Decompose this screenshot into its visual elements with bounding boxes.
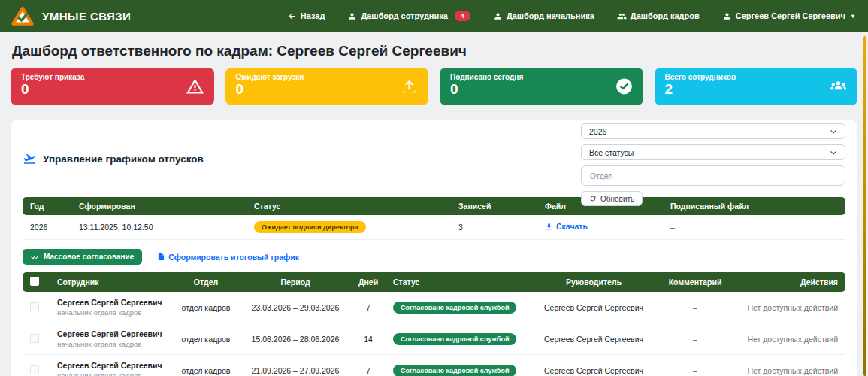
- signed-file-value: –: [663, 215, 845, 240]
- manager-cell: Сергеев Сергей Сергеевич: [534, 323, 653, 355]
- nav-hr-label: Дашборд кадров: [631, 11, 700, 20]
- vacation-management-panel: 2026 Все статусы Обновить Управление гра…: [11, 120, 857, 376]
- period-cell: 21.09.2026 – 27.09.2026: [240, 355, 351, 376]
- nav-manager-label: Дашборд начальника: [507, 11, 594, 20]
- col-year: Год: [23, 197, 71, 215]
- nav-items: Назад Дашборд сотрудника 4 Дашборд начал…: [287, 11, 854, 21]
- chevron-down-icon: [830, 149, 837, 156]
- stat-value: 0: [21, 81, 204, 99]
- page-scrollbar[interactable]: [863, 36, 866, 376]
- schedule-table-row: 2026 13.11.2025, 10:12:50 Ожидает подпис…: [23, 215, 845, 240]
- department-cell: отдел кадров: [172, 355, 240, 376]
- notification-badge: 4: [455, 11, 470, 21]
- nav-employee-dashboard[interactable]: Дашборд сотрудника 4: [347, 11, 470, 21]
- logo-triangle-check-icon: [11, 6, 35, 26]
- year-select-value: 2026: [589, 127, 606, 136]
- department-input[interactable]: [581, 165, 845, 186]
- row-checkbox: [30, 365, 39, 374]
- employee-name: Сергеев Сергей Сергеевич: [57, 298, 165, 307]
- stat-value: 0: [236, 81, 419, 99]
- schedule-year: 2026: [23, 215, 71, 240]
- nav-employee-label: Дашборд сотрудника: [361, 11, 448, 20]
- year-select[interactable]: 2026: [581, 123, 845, 139]
- row-checkbox: [30, 302, 39, 311]
- generate-final-label: Сформировать итоговый график: [168, 253, 299, 262]
- download-icon: [545, 223, 553, 231]
- user-menu[interactable]: Сергеев Сергей Сергеевич ▾: [722, 11, 854, 21]
- brand-name: УМНЫЕ СВЯЗИ: [42, 10, 131, 23]
- col-department: Отдел: [172, 272, 240, 292]
- user-menu-label: Сергеев Сергей Сергеевич: [736, 11, 845, 20]
- brand[interactable]: УМНЫЕ СВЯЗИ: [11, 6, 131, 26]
- download-label: Скачать: [556, 222, 588, 231]
- row-checkbox: [30, 334, 39, 343]
- actions-cell: Нет доступных действий: [737, 292, 845, 323]
- status-badge: Согласовано кадровой службой: [393, 333, 516, 345]
- col-created: Сформирован: [71, 197, 246, 215]
- select-all-checkbox[interactable]: [30, 277, 39, 286]
- col-status: Статус: [246, 197, 451, 215]
- vacations-table: Сотрудник Отдел Период Дней Статус Руков…: [23, 272, 845, 376]
- col-comment: Комментарий: [653, 272, 737, 292]
- department-cell: отдел кадров: [172, 323, 240, 355]
- users-icon: [829, 77, 848, 96]
- days-cell: 7: [351, 292, 386, 323]
- table-row: Сергеев Сергей Сергеевич начальник отдел…: [23, 292, 845, 323]
- refresh-icon: [589, 195, 597, 202]
- comment-cell: –: [653, 355, 737, 376]
- download-link[interactable]: Скачать: [545, 222, 588, 231]
- schedule-created: 13.11.2025, 10:12:50: [71, 215, 246, 240]
- stat-label: Всего сотрудников: [665, 73, 848, 81]
- employee-position: начальник отдела кадров: [57, 340, 165, 348]
- stat-card-awaiting-upload: Ожидают загрузки 0: [225, 68, 429, 105]
- nav-manager-dashboard[interactable]: Дашборд начальника: [493, 11, 594, 21]
- status-select[interactable]: Все статусы: [581, 144, 845, 160]
- warning-icon: [186, 77, 204, 96]
- stat-card-orders-required: Требуют приказа 0: [11, 68, 214, 105]
- comment-cell: –: [653, 323, 737, 355]
- col-manager: Руководитель: [534, 272, 653, 292]
- stat-label: Подписано сегодня: [450, 73, 633, 81]
- actions-row: Массовое согласование Сформировать итого…: [23, 249, 845, 265]
- refresh-label: Обновить: [600, 195, 634, 203]
- manager-cell: Сергеев Сергей Сергеевич: [534, 355, 653, 376]
- refresh-button[interactable]: Обновить: [581, 191, 643, 206]
- back-link[interactable]: Назад: [287, 11, 325, 21]
- stat-value: 2: [665, 81, 848, 99]
- person-icon: [347, 11, 357, 21]
- chevron-down-icon: ▾: [851, 13, 854, 20]
- navbar: УМНЫЕ СВЯЗИ Назад Дашборд сотрудника 4 Д…: [0, 0, 868, 32]
- employee-position: начальник отдела кадров: [57, 308, 165, 317]
- period-cell: 23.03.2026 – 29.03.2026: [240, 292, 351, 323]
- double-check-icon: [31, 253, 39, 261]
- col-period: Период: [240, 272, 351, 292]
- person-icon: [493, 11, 503, 21]
- stat-value: 0: [450, 81, 633, 99]
- nav-hr-dashboard[interactable]: Дашборд кадров: [617, 11, 700, 21]
- table-row: Сергеев Сергей Сергеевич начальник отдел…: [23, 355, 845, 376]
- manager-cell: Сергеев Сергей Сергеевич: [534, 292, 653, 323]
- stat-card-total-employees: Всего сотрудников 2: [655, 68, 858, 105]
- period-cell: 15.06.2026 – 28.06.2026: [240, 323, 351, 355]
- vacations-table-header-row: Сотрудник Отдел Период Дней Статус Руков…: [23, 272, 845, 292]
- chevron-down-icon: [830, 128, 837, 135]
- bulk-approve-label: Массовое согласование: [44, 253, 134, 261]
- status-badge: Согласовано кадровой службой: [393, 365, 516, 376]
- section-title-label: Управление графиком отпусков: [43, 153, 204, 165]
- comment-cell: –: [653, 292, 737, 323]
- actions-cell: Нет доступных действий: [737, 323, 845, 355]
- employee-name: Сергеев Сергей Сергеевич: [57, 329, 165, 338]
- bulk-approve-button[interactable]: Массовое согласование: [23, 249, 142, 265]
- status-badge: Согласовано кадровой службой: [393, 302, 516, 314]
- stat-label: Ожидают загрузки: [236, 73, 419, 81]
- employee-position: начальник отдела кадров: [57, 371, 165, 376]
- status-badge: Ожидает подписи директора: [254, 221, 366, 233]
- col-status: Статус: [386, 272, 534, 292]
- stat-card-signed-today: Подписано сегодня 0: [440, 68, 643, 105]
- generate-final-link[interactable]: Сформировать итоговый график: [157, 253, 299, 262]
- department-cell: отдел кадров: [172, 292, 240, 323]
- employee-name: Сергеев Сергей Сергеевич: [57, 361, 165, 370]
- page-title: Дашборд ответственного по кадрам: Сергее…: [12, 43, 868, 59]
- table-row: Сергеев Сергей Сергеевич начальник отдел…: [23, 323, 845, 355]
- col-records: Записей: [451, 197, 537, 215]
